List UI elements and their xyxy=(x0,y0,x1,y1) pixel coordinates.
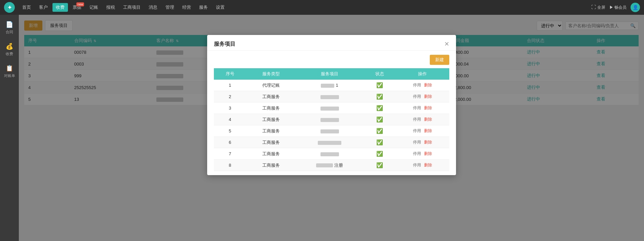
dialog-col-action: 操作 xyxy=(396,68,449,80)
sidebar-item-contract[interactable]: 📄 合同 xyxy=(1,18,18,37)
dialog-cell-seq: 7 xyxy=(214,148,247,160)
stop-button[interactable]: 停用 xyxy=(413,128,421,133)
status-check-icon: ✅ xyxy=(376,139,383,145)
delete-button[interactable]: 删除 xyxy=(424,128,432,133)
status-check-icon: ✅ xyxy=(376,82,383,88)
sidebar-item-contract-label: 合同 xyxy=(6,30,13,35)
dialog-body: 新建 序号 服务类型 服务项目 状态 操作 1 代理记账 1 ✅ 停用 xyxy=(207,51,456,175)
dialog-table-row: 2 工商服务 ✅ 停用 删除 xyxy=(214,91,449,103)
dialog-cell-action: 停用 删除 xyxy=(396,148,449,160)
nav-item-invoice[interactable]: 票据 new xyxy=(69,3,85,12)
fullscreen-icon: ⛶ xyxy=(591,4,596,10)
user-avatar[interactable]: 👤 xyxy=(631,3,640,12)
dialog-cell-type: 工商服务 xyxy=(246,91,296,103)
dialog-cell-status: ✅ xyxy=(364,148,396,160)
delete-button[interactable]: 删除 xyxy=(424,83,432,87)
dialog-new-button[interactable]: 新建 xyxy=(430,55,449,65)
dialog-cell-status: ✅ xyxy=(364,160,396,171)
dialog-cell-seq: 5 xyxy=(214,125,247,137)
dialog-cell-item xyxy=(296,91,363,103)
contract-icon: 📄 xyxy=(6,21,13,28)
dialog-cell-seq: 2 xyxy=(214,91,247,103)
dialog-cell-action: 停用 删除 xyxy=(396,80,449,91)
dialog-col-type: 服务类型 xyxy=(246,68,296,80)
dialog-cell-item xyxy=(296,125,363,137)
nav-item-bookkeeping[interactable]: 记账 xyxy=(86,3,102,12)
dialog-cell-item xyxy=(296,114,363,125)
nav-item-commerce[interactable]: 工商项目 xyxy=(120,3,144,12)
left-sidebar: 📄 合同 💰 收费 📋 对账单 xyxy=(0,15,19,241)
dialog-table-row: 4 工商服务 ✅ 停用 删除 xyxy=(214,114,449,125)
dialog-cell-seq: 8 xyxy=(214,160,247,171)
dialog-cell-item: 注册 xyxy=(296,160,363,171)
app-logo: ✦ xyxy=(4,2,15,13)
dialog-cell-status: ✅ xyxy=(364,137,396,148)
sidebar-item-statement[interactable]: 📋 对账单 xyxy=(1,62,18,81)
delete-button[interactable]: 删除 xyxy=(424,117,432,122)
sidebar-item-fees-label: 收费 xyxy=(6,51,13,56)
nav-item-message[interactable]: 消息 xyxy=(145,3,161,12)
dialog-table-row: 1 代理记账 1 ✅ 停用 删除 xyxy=(214,80,449,91)
status-check-icon: ✅ xyxy=(376,117,383,122)
dialog-cell-seq: 4 xyxy=(214,114,247,125)
nav-item-fees[interactable]: 收费 xyxy=(52,3,68,12)
stop-button[interactable]: 停用 xyxy=(413,106,421,110)
dialog-cell-item xyxy=(296,137,363,148)
dialog-col-seq: 序号 xyxy=(214,68,247,80)
nav-item-manage[interactable]: 管理 xyxy=(162,3,178,12)
sidebar-item-fees[interactable]: 💰 收费 xyxy=(1,40,18,59)
dialog-cell-action: 停用 删除 xyxy=(396,91,449,103)
dialog-table-row: 3 工商服务 ✅ 停用 删除 xyxy=(214,103,449,114)
dialog-cell-type: 工商服务 xyxy=(246,125,296,137)
status-check-icon: ✅ xyxy=(376,162,383,168)
dialog-cell-type: 工商服务 xyxy=(246,137,296,148)
delete-button[interactable]: 删除 xyxy=(424,106,432,110)
status-check-icon: ✅ xyxy=(376,94,383,99)
member-btn[interactable]: ▶ 畅会员 xyxy=(609,5,627,10)
dialog-cell-item: 1 xyxy=(296,80,363,91)
dialog-col-item: 服务项目 xyxy=(296,68,363,80)
dialog-toolbar: 新建 xyxy=(214,55,449,65)
nav-item-home[interactable]: 首页 xyxy=(19,3,34,12)
nav-item-settings[interactable]: 设置 xyxy=(213,3,228,12)
dialog-cell-type: 工商服务 xyxy=(246,160,296,171)
dialog-cell-status: ✅ xyxy=(364,125,396,137)
dialog-cell-status: ✅ xyxy=(364,103,396,114)
stop-button[interactable]: 停用 xyxy=(413,94,421,99)
dialog-table-row: 6 工商服务 ✅ 停用 删除 xyxy=(214,137,449,148)
stop-button[interactable]: 停用 xyxy=(413,83,421,87)
dialog-cell-type: 工商服务 xyxy=(246,148,296,160)
delete-button[interactable]: 删除 xyxy=(424,140,432,145)
dialog-cell-action: 停用 删除 xyxy=(396,160,449,171)
dialog-title: 服务项目 xyxy=(214,41,235,48)
nav-right: ⛶ 全屏 ▶ 畅会员 👤 xyxy=(591,3,640,12)
dialog-col-status: 状态 xyxy=(364,68,396,80)
stop-button[interactable]: 停用 xyxy=(413,117,421,122)
dialog-cell-item xyxy=(296,148,363,160)
stop-button[interactable]: 停用 xyxy=(413,140,421,145)
new-badge: new xyxy=(76,2,84,6)
delete-button[interactable]: 删除 xyxy=(424,163,432,167)
dialog-close-button[interactable]: ✕ xyxy=(444,40,449,48)
nav-item-tax[interactable]: 报税 xyxy=(103,3,118,12)
dialog-table-row: 5 工商服务 ✅ 停用 删除 xyxy=(214,125,449,137)
dialog-cell-action: 停用 删除 xyxy=(396,125,449,137)
status-check-icon: ✅ xyxy=(376,105,383,111)
dialog-cell-type: 工商服务 xyxy=(246,114,296,125)
fees-icon: 💰 xyxy=(6,43,13,50)
delete-button[interactable]: 删除 xyxy=(424,151,432,156)
dialog-header: 服务项目 ✕ xyxy=(207,35,456,51)
dialog-cell-seq: 3 xyxy=(214,103,247,114)
nav-item-customer[interactable]: 客户 xyxy=(36,3,51,12)
delete-button[interactable]: 删除 xyxy=(424,94,432,99)
stop-button[interactable]: 停用 xyxy=(413,151,421,156)
nav-item-service[interactable]: 服务 xyxy=(196,3,211,12)
nav-item-operations[interactable]: 经营 xyxy=(179,3,194,12)
dialog-cell-type: 工商服务 xyxy=(246,103,296,114)
status-check-icon: ✅ xyxy=(376,128,383,134)
stop-button[interactable]: 停用 xyxy=(413,163,421,167)
sidebar-item-statement-label: 对账单 xyxy=(4,73,15,78)
dialog-cell-seq: 1 xyxy=(214,80,247,91)
dialog-cell-action: 停用 删除 xyxy=(396,114,449,125)
fullscreen-btn[interactable]: ⛶ 全屏 xyxy=(591,4,605,10)
